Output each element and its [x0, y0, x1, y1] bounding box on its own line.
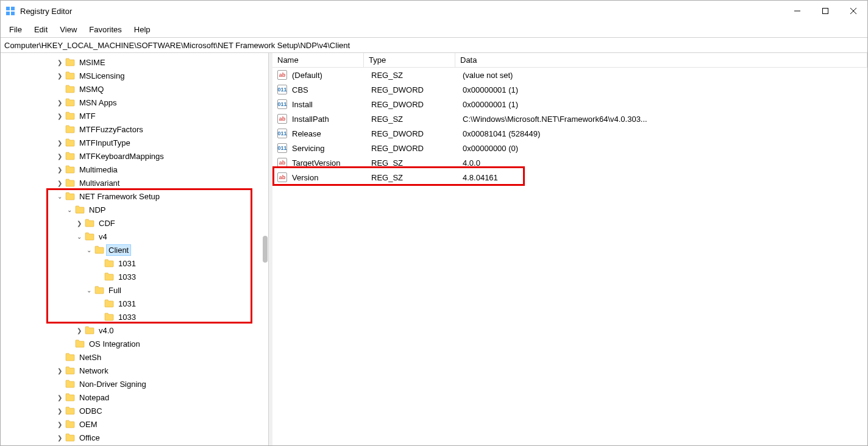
- window-title: Registry Editor: [20, 7, 783, 16]
- tree-item-mtfinputtype[interactable]: ❯MTFInputType: [1, 136, 268, 149]
- value-type: REG_DWORD: [369, 144, 460, 153]
- menu-edit[interactable]: Edit: [28, 23, 54, 37]
- expand-icon[interactable]: ❯: [55, 394, 64, 401]
- expand-icon[interactable]: ❯: [55, 367, 64, 374]
- tree-item-1033[interactable]: 1033: [1, 310, 268, 324]
- menu-view[interactable]: View: [54, 23, 83, 37]
- column-type[interactable]: Type: [364, 53, 455, 67]
- collapse-icon[interactable]: ⌄: [75, 233, 84, 240]
- tree-item-multivariant[interactable]: ❯Multivariant: [1, 176, 268, 189]
- folder-icon: [65, 433, 75, 442]
- tree-item-v4-0[interactable]: ❯v4.0: [1, 324, 268, 337]
- values-pane[interactable]: Name Type Data ab(Default)REG_SZ(value n…: [272, 53, 867, 445]
- value-name: InstallPath: [290, 115, 369, 124]
- tree-item-1031[interactable]: 1031: [1, 297, 268, 310]
- tree-item-mslicensing[interactable]: ❯MSLicensing: [1, 69, 268, 82]
- value-type: REG_DWORD: [369, 129, 460, 138]
- tree-item-msmq[interactable]: MSMQ: [1, 82, 268, 96]
- tree-item-os-integration[interactable]: OS Integration: [1, 337, 268, 350]
- tree-item-msime[interactable]: ❯MSIME: [1, 55, 268, 69]
- close-button[interactable]: [839, 1, 867, 21]
- tree-item-label: MTFInputType: [77, 138, 132, 148]
- tree-item-full[interactable]: ⌄Full: [1, 283, 268, 297]
- tree-item-label: Notepad: [77, 392, 111, 403]
- collapse-icon[interactable]: ⌄: [85, 247, 93, 253]
- expand-icon[interactable]: ❯: [55, 99, 64, 106]
- tree-item-non-driver-signing[interactable]: Non-Driver Signing: [1, 377, 268, 391]
- tree-item-odbc[interactable]: ❯ODBC: [1, 404, 268, 417]
- expand-icon[interactable]: ❯: [55, 434, 64, 441]
- tree-item-client[interactable]: ⌄Client: [1, 243, 268, 257]
- tree-pane[interactable]: ❯MSIME❯MSLicensingMSMQ❯MSN Apps❯MTFMTFFu…: [1, 53, 269, 445]
- tree-item-1033[interactable]: 1033: [1, 270, 268, 283]
- collapse-icon[interactable]: ⌄: [85, 287, 93, 294]
- expand-icon[interactable]: ❯: [55, 408, 64, 414]
- value-data: C:\Windows\Microsoft.NET\Framework64\v4.…: [460, 115, 867, 124]
- tree-item-oem[interactable]: ❯OEM: [1, 417, 268, 431]
- tree-item-label: v4.0: [97, 325, 116, 336]
- folder-icon: [65, 179, 75, 187]
- folder-icon: [104, 313, 114, 321]
- expand-icon[interactable]: ❯: [75, 327, 84, 334]
- value-row-install[interactable]: 011InstallREG_DWORD0x00000001 (1): [272, 97, 867, 112]
- collapse-icon[interactable]: ⌄: [55, 193, 64, 200]
- value-type: REG_DWORD: [369, 100, 460, 109]
- expand-icon[interactable]: ❯: [55, 113, 64, 119]
- tree-item-netsh[interactable]: NetSh: [1, 350, 268, 364]
- menu-favorites[interactable]: Favorites: [83, 23, 127, 37]
- collapse-icon[interactable]: ⌄: [65, 207, 74, 213]
- maximize-button[interactable]: [811, 1, 839, 21]
- menubar: File Edit View Favorites Help: [1, 21, 867, 37]
- window-controls: [783, 1, 867, 21]
- tree-item-v4[interactable]: ⌄v4: [1, 230, 268, 243]
- tree-item-mtfkeyboardmappings[interactable]: ❯MTFKeyboardMappings: [1, 149, 268, 163]
- folder-icon: [65, 380, 75, 388]
- tree-item-office[interactable]: ❯Office: [1, 431, 268, 444]
- svg-rect-3: [11, 12, 15, 15]
- expand-icon[interactable]: ❯: [75, 220, 84, 227]
- value-name: Install: [290, 100, 369, 109]
- value-row-targetversion[interactable]: abTargetVersionREG_SZ4.0.0: [272, 155, 867, 170]
- value-row-servicing[interactable]: 011ServicingREG_DWORD0x00000000 (0): [272, 141, 867, 155]
- value-row-release[interactable]: 011ReleaseREG_DWORD0x00081041 (528449): [272, 126, 867, 141]
- folder-icon: [75, 339, 85, 348]
- dword-icon: 011: [277, 85, 287, 94]
- tree-item-label: NetSh: [77, 352, 103, 363]
- tree-item-mtf[interactable]: ❯MTF: [1, 109, 268, 122]
- minimize-button[interactable]: [783, 1, 811, 21]
- value-row-version[interactable]: abVersionREG_SZ4.8.04161: [272, 170, 867, 185]
- column-name[interactable]: Name: [272, 53, 364, 67]
- folder-icon: [65, 85, 75, 93]
- expand-icon[interactable]: ❯: [55, 140, 64, 146]
- expand-icon[interactable]: ❯: [55, 166, 64, 173]
- tree-item-notepad[interactable]: ❯Notepad: [1, 391, 268, 404]
- value-row--default-[interactable]: ab(Default)REG_SZ(value not set): [272, 68, 867, 82]
- value-type: REG_DWORD: [369, 85, 460, 94]
- split-container: ❯MSIME❯MSLicensingMSMQ❯MSN Apps❯MTFMTFFu…: [1, 53, 867, 445]
- tree-item-mtffuzzyfactors[interactable]: MTFFuzzyFactors: [1, 122, 268, 136]
- value-name: TargetVersion: [290, 158, 369, 168]
- expand-icon[interactable]: ❯: [55, 180, 64, 186]
- value-name: Release: [290, 129, 369, 138]
- registry-tree: ❯MSIME❯MSLicensingMSMQ❯MSN Apps❯MTFMTFFu…: [1, 53, 268, 445]
- expand-icon[interactable]: ❯: [55, 59, 64, 66]
- tree-item-cdf[interactable]: ❯CDF: [1, 216, 268, 230]
- tree-item-ndp[interactable]: ⌄NDP: [1, 203, 268, 216]
- titlebar: Registry Editor: [1, 1, 867, 21]
- tree-item-1031[interactable]: 1031: [1, 257, 268, 270]
- address-bar[interactable]: Computer\HKEY_LOCAL_MACHINE\SOFTWARE\Mic…: [1, 37, 867, 53]
- folder-icon: [104, 259, 114, 267]
- expand-icon[interactable]: ❯: [55, 73, 64, 79]
- expand-icon[interactable]: ❯: [55, 421, 64, 428]
- scrollbar-thumb[interactable]: [263, 236, 268, 263]
- menu-file[interactable]: File: [3, 23, 28, 37]
- menu-help[interactable]: Help: [128, 23, 157, 37]
- tree-item-multimedia[interactable]: ❯Multimedia: [1, 163, 268, 176]
- value-row-installpath[interactable]: abInstallPathREG_SZC:\Windows\Microsoft.…: [272, 112, 867, 126]
- expand-icon[interactable]: ❯: [55, 153, 64, 160]
- tree-item-net-framework-setup[interactable]: ⌄NET Framework Setup: [1, 189, 268, 203]
- tree-item-network[interactable]: ❯Network: [1, 364, 268, 377]
- tree-item-msn-apps[interactable]: ❯MSN Apps: [1, 96, 268, 109]
- column-data[interactable]: Data: [455, 53, 867, 67]
- value-row-cbs[interactable]: 011CBSREG_DWORD0x00000001 (1): [272, 82, 867, 97]
